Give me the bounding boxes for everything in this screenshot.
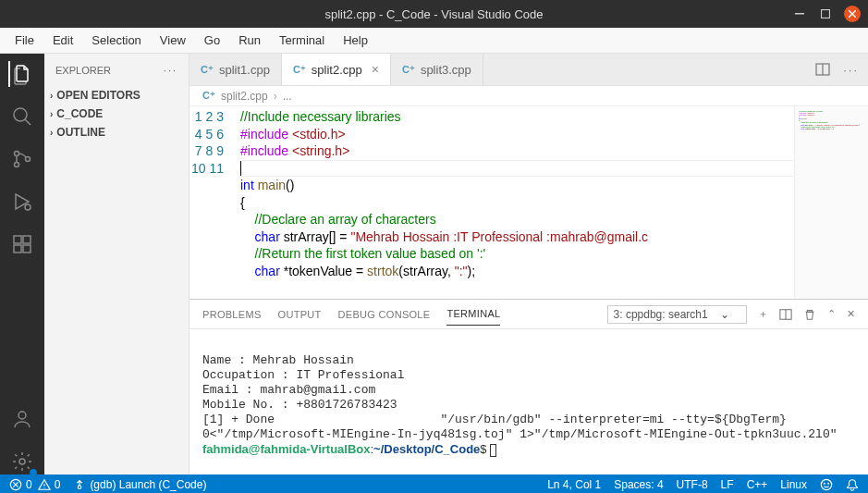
editor-area: C⁺ split1.cpp C⁺ split2.cpp × C⁺ split3.… — [189, 54, 868, 475]
code-editor[interactable]: 1 2 3 4 5 6 7 8 9 10 11 //Include necess… — [189, 106, 868, 299]
explorer-sidebar: EXPLORER ··· ›OPEN EDITORS ›C_CODE ›OUTL… — [44, 54, 189, 475]
menu-file[interactable]: File — [6, 30, 43, 51]
minimize-button[interactable] — [792, 6, 807, 21]
menu-bar: File Edit Selection View Go Run Terminal… — [0, 28, 868, 54]
menu-selection[interactable]: Selection — [82, 30, 150, 51]
menu-help[interactable]: Help — [334, 30, 377, 51]
menu-go[interactable]: Go — [195, 30, 229, 51]
close-button[interactable] — [844, 6, 861, 22]
tab-split3[interactable]: C⁺ split3.cpp — [391, 54, 483, 85]
chevron-right-icon: › — [50, 128, 53, 138]
terminal-output[interactable]: Name : Mehrab Hossain Occupation : IT Pr… — [189, 329, 868, 475]
menu-run[interactable]: Run — [229, 30, 270, 51]
status-feedback-icon[interactable] — [820, 478, 833, 491]
terminal-selector[interactable]: 3: cppdbg: search1 ⌄ — [607, 305, 747, 324]
minimap[interactable]: //Include necessary libraries#include <s… — [794, 106, 868, 299]
svg-rect-8 — [14, 245, 21, 253]
status-lang[interactable]: C++ — [747, 478, 768, 491]
editor-tabs: C⁺ split1.cpp C⁺ split2.cpp × C⁺ split3.… — [189, 54, 868, 86]
status-eol[interactable]: LF — [721, 478, 734, 491]
svg-rect-1 — [822, 10, 830, 18]
status-bell-icon[interactable] — [846, 478, 859, 491]
svg-point-5 — [26, 157, 31, 162]
status-position[interactable]: Ln 4, Col 1 — [547, 478, 601, 491]
bottom-panel: PROBLEMS OUTPUT DEBUG CONSOLE TERMINAL 3… — [189, 299, 868, 475]
panel-output[interactable]: OUTPUT — [278, 303, 322, 326]
close-tab-icon[interactable]: × — [372, 63, 379, 76]
cpp-file-icon: C⁺ — [201, 64, 214, 76]
svg-point-19 — [821, 479, 831, 489]
cpp-file-icon: C⁺ — [293, 64, 306, 76]
panel-tablist: PROBLEMS OUTPUT DEBUG CONSOLE TERMINAL 3… — [189, 300, 868, 329]
extensions-icon[interactable] — [9, 231, 35, 257]
chevron-right-icon: › — [50, 109, 53, 119]
account-icon[interactable] — [9, 406, 35, 432]
kill-terminal-icon[interactable] — [803, 308, 816, 321]
tab-split1[interactable]: C⁺ split1.cpp — [189, 54, 282, 85]
status-launch[interactable]: (gdb) Launch (C_Code) — [73, 478, 206, 491]
window-controls — [792, 6, 861, 22]
menu-terminal[interactable]: Terminal — [270, 30, 334, 51]
explorer-icon[interactable] — [8, 61, 34, 87]
title-bar: split2.cpp - C_Code - Visual Studio Code — [0, 0, 868, 28]
svg-point-3 — [15, 152, 19, 156]
svg-point-18 — [79, 486, 82, 489]
split-terminal-icon[interactable] — [779, 308, 792, 321]
line-numbers: 1 2 3 4 5 6 7 8 9 10 11 — [189, 106, 240, 299]
chevron-down-icon: ⌄ — [720, 308, 729, 321]
svg-rect-9 — [23, 245, 31, 253]
sidebar-title: EXPLORER — [55, 65, 111, 76]
chevron-right-icon: › — [274, 90, 277, 103]
panel-terminal[interactable]: TERMINAL — [446, 302, 500, 326]
settings-badge — [30, 469, 37, 476]
section-folder[interactable]: ›C_CODE — [44, 105, 189, 123]
panel-problems[interactable]: PROBLEMS — [202, 303, 262, 326]
code-content[interactable]: //Include necessary libraries#include <s… — [240, 106, 794, 299]
status-warnings[interactable]: 0 — [38, 478, 61, 491]
svg-point-2 — [14, 108, 27, 121]
new-terminal-icon[interactable]: ＋ — [758, 307, 768, 321]
cpp-file-icon: C⁺ — [402, 64, 415, 76]
editor-more-icon[interactable]: ··· — [843, 63, 859, 77]
settings-gear-icon[interactable] — [9, 449, 35, 475]
svg-rect-0 — [795, 13, 804, 15]
tab-split2[interactable]: C⁺ split2.cpp × — [282, 54, 391, 85]
status-bar: 0 0 (gdb) Launch (C_Code) Ln 4, Col 1 Sp… — [0, 475, 868, 493]
svg-point-12 — [19, 459, 25, 464]
section-open-editors[interactable]: ›OPEN EDITORS — [44, 86, 189, 105]
window-title: split2.cpp - C_Code - Visual Studio Code — [324, 7, 543, 21]
sidebar-more-icon[interactable]: ··· — [164, 65, 177, 76]
svg-point-4 — [15, 163, 19, 167]
status-spaces[interactable]: Spaces: 4 — [614, 478, 663, 491]
section-outline[interactable]: ›OUTLINE — [44, 123, 189, 142]
maximize-button[interactable] — [818, 6, 833, 21]
activity-bar — [0, 54, 44, 475]
menu-view[interactable]: View — [151, 30, 195, 51]
search-icon[interactable] — [9, 104, 35, 129]
svg-rect-10 — [23, 236, 31, 243]
split-editor-icon[interactable] — [815, 62, 830, 77]
cpp-file-icon: C⁺ — [202, 90, 215, 102]
status-encoding[interactable]: UTF-8 — [677, 478, 708, 491]
run-debug-icon[interactable] — [9, 189, 35, 215]
maximize-panel-icon[interactable]: ⌃ — [827, 308, 836, 320]
svg-point-21 — [828, 483, 829, 484]
svg-rect-7 — [14, 236, 21, 243]
breadcrumb[interactable]: C⁺ split2.cpp › ... — [189, 86, 868, 106]
svg-point-11 — [18, 412, 26, 419]
svg-point-20 — [824, 483, 825, 484]
close-panel-icon[interactable]: ✕ — [847, 308, 855, 320]
status-errors[interactable]: 0 — [9, 478, 32, 491]
status-os[interactable]: Linux — [780, 478, 807, 491]
svg-point-6 — [25, 204, 31, 210]
source-control-icon[interactable] — [9, 146, 35, 172]
menu-edit[interactable]: Edit — [43, 30, 82, 51]
panel-debug-console[interactable]: DEBUG CONSOLE — [338, 303, 431, 326]
chevron-right-icon: › — [50, 91, 53, 101]
